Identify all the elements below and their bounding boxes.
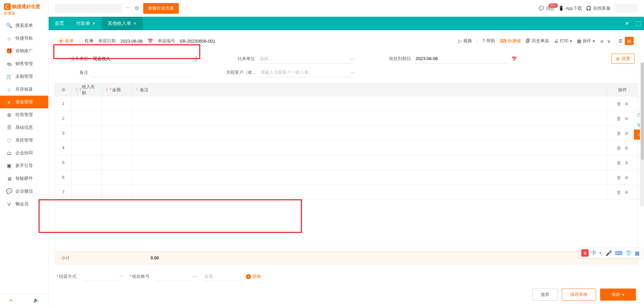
more-icon[interactable]: ⋯ [350,56,354,61]
shortcut-button[interactable]: ⌨快捷键 [500,38,521,44]
ime-toolbox-icon[interactable]: ▦ [635,250,640,256]
sidebar-item-enterprise-wechat[interactable]: 💬企业微信 [0,185,48,198]
settings-button[interactable]: ⚙设置 [611,54,635,64]
sidebar-item-smart-hardware[interactable]: 🖥智能硬件 [0,172,48,185]
sidebar-item-purchase[interactable]: 🛒采购管理 [0,70,48,83]
col-income-name[interactable]: *收入名称 [72,84,102,96]
cell-amount[interactable] [102,111,132,125]
org-selector[interactable] [55,4,122,13]
delete-row-icon[interactable]: 🗑 [616,116,621,121]
save-draft-button[interactable]: 保存草稿 [562,289,596,301]
cell-income-name[interactable] [72,141,102,155]
radio-red-voucher[interactable]: 红单 [78,38,94,44]
ime-skin-icon[interactable]: 👕 [625,250,632,256]
grid-settings-button[interactable]: ⚙ [55,84,72,96]
vertical-scrollbar[interactable] [640,62,644,206]
sound-icon[interactable]: 🔊 [33,298,39,303]
cell-amount[interactable] [102,170,132,185]
insert-row-icon[interactable]: ⊕ [625,160,629,165]
table-row[interactable]: 3🗑⊕ [55,126,638,141]
chevron-down-icon[interactable]: ﹀ [194,56,198,62]
receive-account-input[interactable] [156,272,193,281]
calendar-icon[interactable]: 📅 [148,39,153,44]
cell-note[interactable] [132,170,607,185]
delete-row-icon[interactable]: 🗑 [616,101,621,106]
delete-row-icon[interactable]: 🗑 [616,175,621,180]
cell-note[interactable] [132,126,607,140]
doc-date-value[interactable]: 2023-06-06 [120,39,143,44]
col-amount[interactable]: *金额 [102,84,132,96]
delete-row-icon[interactable]: 🗑 [616,190,621,195]
table-row[interactable]: 7🗑⊕ [55,185,638,200]
insert-row-icon[interactable]: ⊕ [625,175,629,180]
gear-icon[interactable]: ⚙ [135,5,139,11]
calendar-icon[interactable]: 📅 [512,56,517,61]
messages-button[interactable]: 💬 消息 99+ [539,5,554,11]
sidebar-item-quick-nav[interactable]: ⌂快捷导航 [0,32,48,45]
sidebar-item-search-menu[interactable]: 🔍搜索菜单 [0,19,48,32]
cell-income-name[interactable] [72,155,102,170]
related-customer-input[interactable] [259,68,353,77]
table-row[interactable]: 4🗑⊕ [55,141,638,155]
cell-note[interactable] [132,111,607,125]
insert-row-icon[interactable]: ⊕ [625,101,629,106]
col-note[interactable]: 备注 [132,84,607,96]
chevron-down-icon[interactable]: ﹀ [119,273,124,279]
sidebar-item-system[interactable]: ◌系统管理 [0,134,48,147]
close-icon[interactable]: ✕ [133,21,137,26]
view-form-button[interactable]: ▤ [625,37,634,45]
discard-button[interactable]: 放弃 [532,289,558,301]
table-row[interactable]: 5🗑⊕ [55,155,638,170]
delete-row-icon[interactable]: 🗑 [616,131,621,136]
business-type-input[interactable] [92,54,192,63]
sidebar-item-sales[interactable]: 🛍销售管理 [0,57,48,70]
sidebar-item-vip-member[interactable]: V畅会员 [0,198,48,210]
cell-amount[interactable] [102,185,132,199]
prev-doc-button[interactable]: ◀ [600,39,603,44]
delete-row-icon[interactable]: 🗑 [616,160,621,165]
tab-other-income[interactable]: 其他收入单✕ [102,17,143,30]
close-icon[interactable]: ✕ [92,21,96,26]
radio-blue-voucher[interactable]: 蓝单 [59,38,74,44]
sidebar-item-enterprise-collab[interactable]: 🗂企业协同 [0,147,48,159]
table-row[interactable]: 6🗑⊕ [55,170,638,185]
cell-income-name[interactable] [72,111,102,125]
view-list-button[interactable]: ☰ [616,37,625,45]
party-input[interactable] [258,54,352,63]
ime-keyboard-icon[interactable]: ⌨ [615,250,623,256]
tab-home[interactable]: 首页 [49,17,70,30]
insert-row-icon[interactable]: ⊕ [625,190,629,195]
user-avatar[interactable] [614,4,638,13]
sidebar-item-inventory[interactable]: ⌂库存核算 [0,83,48,96]
tab-fullscreen-button[interactable]: ⛶ [633,17,644,30]
settlement-method-input[interactable] [83,272,119,281]
history-button[interactable]: 🗐历史单据 [526,38,549,44]
cell-note[interactable] [132,96,607,111]
table-row[interactable]: 2🗑⊕ [55,111,638,126]
online-service-button[interactable]: 🎧 在线客服 [586,5,610,11]
more-icon[interactable]: ⋯ [193,274,197,279]
due-date-input[interactable] [414,54,508,63]
print-button[interactable]: 🖨打印▾ [554,38,572,44]
next-doc-button[interactable]: ▶ [608,39,611,44]
tab-close-all-button[interactable]: ✕ [621,17,633,30]
save-button[interactable]: 保存▾ [600,289,636,301]
settlement-amount-input[interactable] [203,272,240,281]
cell-amount[interactable] [102,96,132,111]
cell-income-name[interactable] [72,170,102,185]
cell-note[interactable] [132,141,607,155]
table-row[interactable]: 1🗑⊕ [55,96,638,111]
experience-industry-button[interactable]: 体验行业方案 [143,3,179,14]
help-button[interactable]: ?帮助 [482,38,495,44]
collapse-sidebar-icon[interactable]: ⇤ [10,298,13,303]
ime-punct-icon[interactable]: •, [599,250,603,256]
video-help-button[interactable]: ▷视频 [458,38,472,44]
cell-income-name[interactable] [72,96,102,111]
insert-row-icon[interactable]: ⊕ [625,145,629,151]
sidebar-item-basic-info[interactable]: ☰基础信息 [0,121,48,134]
remark-input[interactable] [92,68,192,77]
app-download-button[interactable]: 📱 App下载 [558,5,582,11]
add-settlement-button[interactable]: +添加 [246,273,261,279]
cell-note[interactable] [132,155,607,170]
ime-toolbar[interactable]: S 中 •, 🎤 ⌨ 👕 ▦ [578,248,643,258]
